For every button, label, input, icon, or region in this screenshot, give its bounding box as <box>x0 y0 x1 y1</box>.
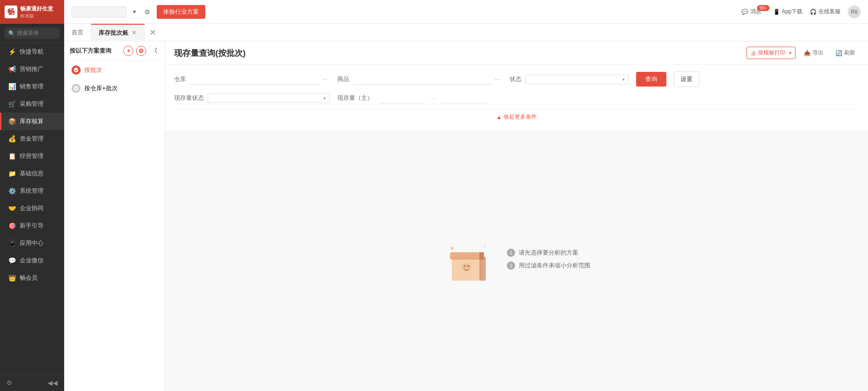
query-btn[interactable]: 查询 <box>636 72 666 87</box>
svg-point-2 <box>75 87 77 89</box>
tabbar: 首页 库存批次账 ✕ ✕ <box>64 24 868 41</box>
filter-settings-btn[interactable]: 设置 <box>674 71 699 87</box>
tab-close-btn[interactable]: ✕ <box>131 29 137 37</box>
settings-footer-icon[interactable]: ⚙ <box>6 379 12 386</box>
tab-batch-account[interactable]: 库存批次账 ✕ <box>91 24 145 41</box>
sidebar-item-purchase-label: 采购管理 <box>20 100 44 108</box>
empty-icon-area: ★ ✦ <box>443 236 493 287</box>
sidebar-item-quick-nav[interactable]: ⚡ 快捷导航 <box>0 43 64 60</box>
sidebar: 畅 畅康通好生意 标准版 🔍 搜索菜单 ⚡ 快捷导航 📢 营销推广 📊 销售管理… <box>0 0 64 391</box>
sidebar-item-marketing[interactable]: 📢 营销推广 <box>0 60 64 78</box>
filter-row-1: 仓库 ··· 商品 ··· 状态 ▾ <box>174 71 859 87</box>
app-download-btn[interactable]: 📱 App下载 <box>773 8 802 16</box>
empty-illustration: ★ ✦ <box>443 236 493 287</box>
app-logo: 畅 <box>5 5 17 18</box>
sidebar-item-sales-label: 销售管理 <box>20 82 44 91</box>
experience-industry-btn[interactable]: 体验行业方案 <box>157 5 205 19</box>
content-area: 按以下方案查询 ＋ ⚙ 《 按批次 按仓库+批次 <box>64 41 868 391</box>
status-filter-select[interactable]: ▾ <box>525 75 629 84</box>
basic-info-icon: 📁 <box>8 169 16 178</box>
left-panel-actions: ＋ ⚙ 《 <box>123 46 159 56</box>
purchase-icon: 🛒 <box>8 100 16 108</box>
main-area: ▾ ⚙ 体验行业方案 💬 消息 99+ 📱 App下载 🎧 在线客服 Rit <box>64 0 868 391</box>
by-warehouse-batch-label: 按仓库+批次 <box>84 84 118 92</box>
step-1-num: 1 <box>507 249 515 257</box>
refresh-label: 刷新 <box>844 49 855 57</box>
close-right-panel-btn[interactable]: ✕ <box>145 24 161 41</box>
warehouse-filter-input[interactable] <box>190 74 320 85</box>
topbar-gear-btn[interactable]: ⚙ <box>143 6 152 17</box>
sidebar-item-system-label: 系统管理 <box>20 187 44 195</box>
app-title-block: 畅康通好生意 标准版 <box>20 5 53 19</box>
breadcrumb-dropdown-btn[interactable]: ▾ <box>131 6 138 17</box>
inventory-qty-dash: — <box>430 95 436 102</box>
right-panel: 现存量查询(按批次) 🖨 按模板打印 ▾ 📤 导出 🔄 刷新 <box>165 41 868 391</box>
sidebar-item-wechat[interactable]: 💬 企业微信 <box>0 252 64 269</box>
messages-btn[interactable]: 💬 消息 99+ <box>742 8 766 16</box>
app-edition: 标准版 <box>20 13 53 19</box>
filter-status: 状态 ▾ <box>510 75 629 84</box>
online-service-btn[interactable]: 🎧 在线客服 <box>810 8 841 16</box>
sidebar-search-area[interactable]: 🔍 搜索菜单 <box>0 24 64 43</box>
wechat-icon: 💬 <box>8 256 16 265</box>
newbie-icon: 🎯 <box>8 222 16 230</box>
inventory-qty-to-input[interactable] <box>441 92 487 103</box>
inventory-qty-from-input[interactable] <box>379 92 424 103</box>
export-icon: 📤 <box>804 50 811 56</box>
sidebar-item-operations-label: 经营管理 <box>20 152 44 160</box>
empty-state: ★ ✦ 1 请先选择要分析的方案 2 <box>165 131 868 391</box>
sidebar-item-system[interactable]: ⚙️ 系统管理 <box>0 182 64 200</box>
sidebar-item-sales[interactable]: 📊 销售管理 <box>0 78 64 95</box>
tab-home-label: 首页 <box>71 28 83 37</box>
refresh-btn[interactable]: 🔄 刷新 <box>832 47 859 59</box>
app-name: 畅康通好生意 <box>20 5 53 13</box>
sidebar-item-wechat-label: 企业微信 <box>20 256 44 265</box>
collapse-conditions-btn[interactable]: ▲ 收起更多条件 <box>174 109 859 125</box>
breadcrumb-input[interactable] <box>71 6 126 17</box>
product-more-btn[interactable]: ··· <box>492 75 502 83</box>
sidebar-item-members[interactable]: 👑 畅会员 <box>0 269 64 287</box>
sidebar-item-finance[interactable]: 💰 资金管理 <box>0 130 64 147</box>
online-service-label: 在线客服 <box>819 8 841 16</box>
svg-point-10 <box>464 265 466 267</box>
status-filter-label: 状态 <box>510 75 522 83</box>
sidebar-item-operations[interactable]: 📋 经营管理 <box>0 147 64 165</box>
search-icon: 🔍 <box>8 30 15 37</box>
app-download-label: App下载 <box>782 8 802 16</box>
sidebar-nav: ⚡ 快捷导航 📢 营销推广 📊 销售管理 🛒 采购管理 📦 库存核算 💰 资金管… <box>0 43 64 374</box>
sidebar-item-inventory-label: 库存核算 <box>20 117 44 125</box>
sidebar-item-inventory[interactable]: 📦 库存核算 <box>0 113 64 130</box>
svg-point-11 <box>467 265 469 267</box>
sidebar-search-btn[interactable]: 🔍 搜索菜单 <box>5 27 60 39</box>
add-scheme-btn[interactable]: ＋ <box>123 46 133 56</box>
export-btn[interactable]: 📤 导出 <box>800 47 827 59</box>
print-template-btn[interactable]: 🖨 按模板打印 ▾ <box>747 47 796 59</box>
sidebar-item-newbie[interactable]: 🎯 新手引导 <box>0 217 64 234</box>
tab-home[interactable]: 首页 <box>64 24 91 41</box>
collapse-left-panel-btn[interactable]: 《 <box>149 46 159 56</box>
headset-icon: 🎧 <box>810 9 817 15</box>
filter-inventory-qty: 现存量（主） — <box>337 92 502 103</box>
collapse-conditions-label: 收起更多条件 <box>504 113 537 121</box>
sidebar-item-app-center[interactable]: 📱 应用中心 <box>0 234 64 252</box>
status-chevron-icon: ▾ <box>622 77 625 82</box>
inventory-status-select[interactable]: ▾ <box>208 93 330 103</box>
finance-icon: 💰 <box>8 135 16 143</box>
scheme-by-batch[interactable]: 按批次 <box>64 61 165 79</box>
scheme-settings-btn[interactable]: ⚙ <box>136 46 146 56</box>
collapse-sidebar-icon[interactable]: ◀◀ <box>48 379 58 386</box>
user-avatar-btn[interactable]: Rit <box>848 5 861 18</box>
sidebar-item-enterprise[interactable]: 🤝 企业协同 <box>0 200 64 217</box>
scheme-by-warehouse-batch[interactable]: 按仓库+批次 <box>64 79 165 98</box>
empty-step-1-text: 请先选择要分析的方案 <box>519 249 578 257</box>
print-icon: 🖨 <box>751 50 756 56</box>
operations-icon: 📋 <box>8 152 16 160</box>
warehouse-more-btn[interactable]: ··· <box>320 75 330 83</box>
product-filter-input[interactable] <box>353 74 492 85</box>
step-2-num: 2 <box>507 261 515 270</box>
svg-text:★: ★ <box>450 245 455 251</box>
product-filter-label: 商品 <box>337 75 349 83</box>
print-dropdown-icon[interactable]: ▾ <box>789 50 791 55</box>
sidebar-item-basic-info[interactable]: 📁 基础信息 <box>0 165 64 182</box>
sidebar-item-purchase[interactable]: 🛒 采购管理 <box>0 95 64 113</box>
